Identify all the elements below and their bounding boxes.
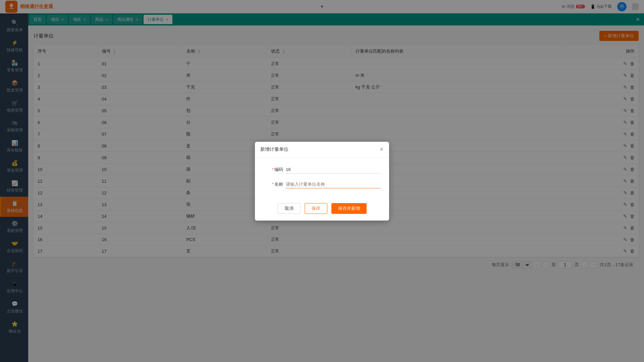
name-form-row: 名称 — [263, 180, 381, 188]
modal-footer: 取消 保存 保存并新增 — [255, 199, 389, 221]
add-unit-modal: 新增计量单位 ✕ 编码 名称 取消 保存 保存并新增 — [255, 142, 389, 221]
cancel-button[interactable]: 取消 — [278, 203, 301, 214]
modal-overlay[interactable]: 新增计量单位 ✕ 编码 名称 取消 保存 保存并新增 — [0, 0, 644, 362]
modal-title: 新增计量单位 — [260, 146, 288, 153]
modal-header: 新增计量单位 ✕ — [255, 142, 389, 158]
modal-body: 编码 名称 — [255, 158, 389, 199]
name-label: 名称 — [263, 181, 283, 187]
modal-close-button[interactable]: ✕ — [379, 147, 384, 152]
name-input[interactable] — [286, 180, 381, 188]
save-button[interactable]: 保存 — [305, 203, 327, 214]
save-and-new-button[interactable]: 保存并新增 — [331, 203, 367, 214]
code-input[interactable] — [286, 166, 381, 174]
code-form-row: 编码 — [263, 166, 381, 174]
code-label: 编码 — [263, 167, 283, 173]
